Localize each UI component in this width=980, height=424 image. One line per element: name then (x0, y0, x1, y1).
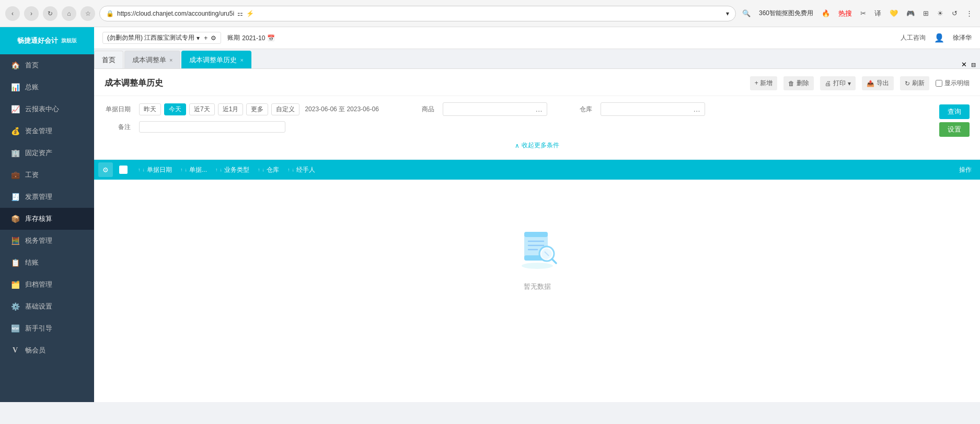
sidebar-item-archive[interactable]: 🗂️ 归档管理 (0, 274, 94, 296)
tab-list-btn[interactable]: ⊟ (971, 62, 980, 68)
sidebar-label-ledger: 总账 (25, 83, 39, 92)
main-layout: 畅捷通好会计 旗舰版 🏠 首页 📊 总账 📈 云报表中心 💰 资金管理 🏢 固定… (0, 27, 980, 402)
user-name[interactable]: 徐泽华 (953, 33, 972, 42)
delete-button[interactable]: 🗑 删除 (783, 76, 814, 90)
sidebar-item-closing[interactable]: 📋 结账 (0, 252, 94, 274)
date-custom-btn[interactable]: 自定义 (271, 103, 299, 115)
more-icon[interactable]: ⋮ (964, 8, 975, 18)
sidebar-item-funds[interactable]: 💰 资金管理 (0, 120, 94, 142)
sidebar-item-salary[interactable]: 💼 工资 (0, 164, 94, 186)
tab-cost-adjust-history[interactable]: 成本调整单历史 × (181, 51, 251, 68)
forward-button[interactable]: › (24, 6, 39, 21)
sidebar-item-invoice[interactable]: 🧾 发票管理 (0, 186, 94, 208)
close-all-tabs[interactable]: ✕ (961, 61, 971, 68)
page-title: 成本调整单历史 (105, 78, 163, 89)
display-checkbox[interactable] (936, 80, 942, 87)
date-filter-options: 昨天 今天 近7天 近1月 更多 自定义 2023-06-06 至 2023-0… (139, 103, 379, 115)
col-handler[interactable]: ↑ ↓ 经手人 (283, 166, 319, 174)
tab-home[interactable]: 首页 (94, 51, 123, 68)
col-warehouse[interactable]: ↑ ↓ 仓库 (253, 166, 283, 174)
refresh-button[interactable]: ↻ (43, 6, 57, 21)
browser-chrome: ‹ › ↻ ⌂ ☆ 🔒 https://cloud.chanjet.com/ac… (0, 0, 980, 27)
col-docnum[interactable]: ↑ ↓ 单据... (176, 166, 211, 174)
tab-cost-adjust[interactable]: 成本调整单 × (124, 51, 180, 68)
export-icon: 📤 (867, 80, 874, 87)
col-warehouse-sort-up: ↑ (258, 167, 260, 172)
user-avatar-icon: 👤 (934, 33, 944, 43)
add-company-btn[interactable]: + (204, 34, 207, 42)
star-button[interactable]: ☆ (80, 6, 95, 21)
tab-cost-adjust-history-close[interactable]: × (240, 57, 243, 63)
svg-rect-2 (524, 232, 548, 237)
sidebar-item-settings[interactable]: ⚙️ 基础设置 (0, 296, 94, 317)
home-button[interactable]: ⌂ (62, 6, 76, 21)
grid-icon[interactable]: ⊞ (921, 8, 931, 18)
search-text[interactable]: 360智能抠图免费用 (757, 8, 815, 19)
col-handler-sort-down: ↓ (292, 167, 295, 172)
collapse-btn[interactable]: ∧ 收起更多条件 (105, 138, 970, 153)
date-more-btn[interactable]: 更多 (246, 103, 268, 115)
sidebar-label-settings: 基础设置 (25, 302, 52, 311)
warehouse-filter-label: 仓库 (566, 105, 592, 114)
scissors-icon[interactable]: ✂ (858, 8, 868, 18)
refresh-button[interactable]: ↻ 刷新 (900, 76, 929, 90)
add-button[interactable]: + 新增 (750, 76, 777, 90)
select-all-checkbox[interactable] (119, 166, 128, 174)
sidebar-item-guide[interactable]: 🆕 新手引导 (0, 317, 94, 339)
print-button[interactable]: 🖨 打印 ▾ (820, 76, 856, 90)
sidebar-label-inventory: 库存核算 (25, 214, 52, 223)
back-button[interactable]: ‹ (5, 6, 20, 21)
warehouse-dots[interactable]: ... (693, 104, 700, 114)
remark-input[interactable] (139, 121, 285, 133)
archive-icon: 🗂️ (10, 280, 20, 289)
wallet-icon[interactable]: 💛 (887, 8, 900, 18)
sidebar-item-tax[interactable]: 🧮 税务管理 (0, 230, 94, 252)
sidebar-item-home[interactable]: 🏠 首页 (0, 54, 94, 76)
date-range-display: 2023-06-06 至 2023-06-06 (305, 105, 378, 114)
print-dropdown-icon: ▾ (848, 80, 851, 87)
translate-icon[interactable]: 译 (872, 8, 883, 19)
goods-dots[interactable]: ... (535, 104, 542, 114)
query-buttons: 查询 设置 (939, 104, 970, 138)
export-button[interactable]: 📤 导出 (862, 76, 894, 90)
sidebar-label-salary: 工资 (25, 170, 39, 180)
filter-main-row: 单据日期 昨天 今天 近7天 近1月 更多 自定义 2023-06-06 至 2… (105, 102, 970, 138)
address-bar[interactable]: 🔒 https://cloud.chanjet.com/accounting/u… (99, 6, 736, 21)
sidebar-label-reports: 云报表中心 (25, 104, 59, 114)
sidebar-item-assets[interactable]: 🏢 固定资产 (0, 142, 94, 164)
date-7days-btn[interactable]: 近7天 (189, 103, 215, 115)
tab-bar: 首页 成本调整单 × 成本调整单历史 × ✕ ⊟ (94, 49, 980, 69)
sidebar-item-ledger[interactable]: 📊 总账 (0, 76, 94, 98)
filter-area: 单据日期 昨天 今天 近7天 近1月 更多 自定义 2023-06-06 至 2… (94, 96, 980, 160)
empty-text: 暂无数据 (524, 282, 551, 291)
calendar-icon[interactable]: 📅 (267, 34, 275, 42)
warehouse-select[interactable]: ... (601, 102, 705, 116)
query-settings-btn[interactable]: 设置 (939, 122, 970, 137)
brightness-icon[interactable]: ☀ (935, 8, 946, 18)
date-yesterday-btn[interactable]: 昨天 (139, 103, 161, 115)
closing-icon: 📋 (10, 258, 20, 267)
sidebar-label-guide: 新手引导 (25, 324, 52, 333)
col-docnum-sort-up: ↑ (180, 167, 183, 172)
sidebar-item-inventory[interactable]: 📦 库存核算 (0, 208, 94, 230)
table-settings-icon[interactable]: ⚙ (98, 162, 113, 177)
goods-select[interactable]: ... (443, 102, 547, 116)
col-warehouse-sort-down: ↓ (262, 167, 265, 172)
game-icon[interactable]: 🎮 (904, 8, 917, 18)
home-icon: 🏠 (10, 61, 20, 69)
col-date[interactable]: ↑ ↓ 单据日期 (134, 166, 176, 174)
col-biztype[interactable]: ↑ ↓ 业务类型 (211, 166, 253, 174)
company-selector[interactable]: (勿删勿禁用) 江西服宝测试专用 ▾ + ⚙ (102, 32, 221, 44)
sidebar-item-reports[interactable]: 📈 云报表中心 (0, 98, 94, 120)
search-icon[interactable]: 🔍 (740, 8, 753, 18)
date-today-btn[interactable]: 今天 (164, 103, 186, 115)
date-1month-btn[interactable]: 近1月 (218, 103, 244, 115)
service-btn[interactable]: 人工咨询 (901, 33, 926, 42)
settings-company-icon[interactable]: ⚙ (211, 34, 216, 42)
display-toggle[interactable]: 显示明细 (936, 79, 970, 88)
query-search-btn[interactable]: 查询 (939, 104, 970, 119)
tab-cost-adjust-close[interactable]: × (169, 57, 172, 63)
sidebar-item-vip[interactable]: V 畅会员 (0, 339, 94, 361)
svg-point-0 (522, 263, 553, 269)
history-icon[interactable]: ↺ (950, 8, 960, 18)
